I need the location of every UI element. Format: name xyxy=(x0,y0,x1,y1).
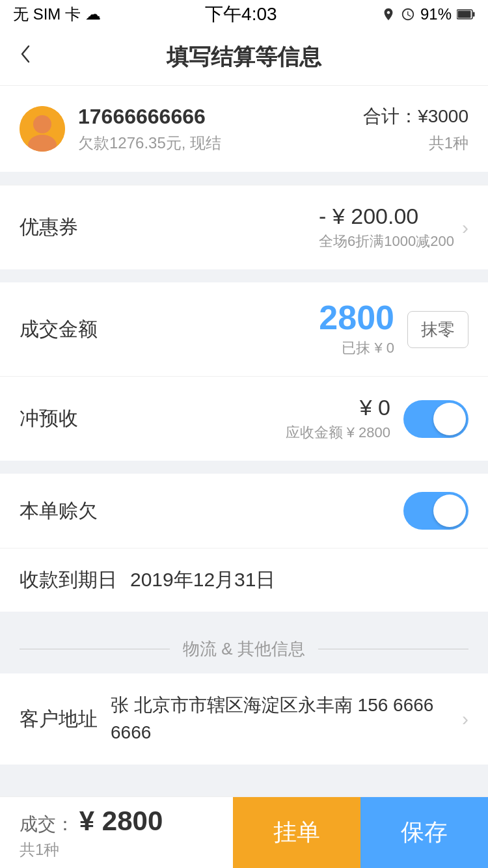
prepay-amount-block: ¥ 0 应收金额 ¥ 2800 xyxy=(286,395,390,442)
sim-status: 无 SIM 卡 ☁ xyxy=(13,4,101,25)
coupon-info: - ¥ 200.00 全场6折满1000减200 xyxy=(319,204,454,251)
content-area: 17666666666 欠款1276.35元, 现结 合计：¥3000 共1种 … xyxy=(0,86,488,843)
address-label: 客户地址 xyxy=(20,706,98,733)
customer-left: 17666666666 欠款1276.35元, 现结 xyxy=(20,105,221,154)
page-header: 填写结算等信息 xyxy=(0,29,488,86)
coupon-label: 优惠券 xyxy=(20,214,78,241)
clock-icon xyxy=(401,7,415,21)
battery-percent: 91% xyxy=(420,5,452,23)
battery-icon xyxy=(457,8,475,20)
section-divider-3 xyxy=(0,612,488,625)
avatar xyxy=(20,106,65,152)
deal-amount-label: 成交金额 xyxy=(20,316,98,343)
address-row[interactable]: 客户地址 张 北京市市辖区海淀区永丰南 156 6666 6666 › xyxy=(0,673,488,765)
deal-amount-sub: 已抹 ¥ 0 xyxy=(319,338,394,358)
arrears-toggle[interactable] xyxy=(403,492,468,530)
prepay-toggle[interactable] xyxy=(403,400,468,438)
save-button[interactable]: 保存 xyxy=(360,797,488,869)
customer-card: 17666666666 欠款1276.35元, 现结 合计：¥3000 共1种 xyxy=(0,86,488,172)
customer-info: 17666666666 欠款1276.35元, 现结 xyxy=(78,105,221,154)
status-time: 下午4:03 xyxy=(205,2,277,27)
logistics-title: 物流 & 其他信息 xyxy=(183,638,305,660)
due-date-value: 2019年12月31日 xyxy=(130,567,275,593)
hang-order-button[interactable]: 挂单 xyxy=(233,797,360,869)
section-divider-2 xyxy=(0,461,488,474)
footer-amount: ¥ 2800 xyxy=(79,806,163,836)
chevron-right-icon: › xyxy=(462,217,468,239)
deal-amount-row: 成交金额 2800 已抹 ¥ 0 抹零 xyxy=(0,282,488,377)
deal-amount-right: 2800 已抹 ¥ 0 抹零 xyxy=(319,301,468,358)
coupon-row[interactable]: 优惠券 - ¥ 200.00 全场6折满1000减200 › xyxy=(0,185,488,269)
prepay-sub: 应收金额 ¥ 2800 xyxy=(286,423,390,442)
arrears-label: 本单赊欠 xyxy=(20,498,98,524)
back-button[interactable] xyxy=(18,41,34,73)
due-date-row: 收款到期日 2019年12月31日 xyxy=(0,548,488,612)
logistics-line-left xyxy=(20,649,170,649)
coupon-desc: 全场6折满1000减200 xyxy=(319,232,454,251)
logistics-line-right xyxy=(318,649,468,649)
arrears-row: 本单赊欠 xyxy=(0,474,488,548)
location-icon xyxy=(381,7,396,21)
item-count: 共1种 xyxy=(363,133,468,154)
deal-amount-block: 2800 已抹 ¥ 0 xyxy=(319,301,394,358)
svg-rect-1 xyxy=(473,12,475,17)
address-value: 张 北京市市辖区海淀区永丰南 156 6666 6666 xyxy=(111,692,462,746)
svg-rect-2 xyxy=(458,11,471,18)
status-right: 91% xyxy=(381,5,475,23)
svg-point-4 xyxy=(33,115,51,133)
status-left: 无 SIM 卡 ☁ xyxy=(13,4,101,25)
address-chevron-icon: › xyxy=(462,708,468,730)
due-date-label: 收款到期日 xyxy=(20,567,117,593)
section-divider-1 xyxy=(0,269,488,282)
footer: 成交： ¥ 2800 共1种 挂单 保存 xyxy=(0,796,488,868)
prepay-row: 冲预收 ¥ 0 应收金额 ¥ 2800 xyxy=(0,377,488,461)
footer-info: 成交： ¥ 2800 共1种 xyxy=(0,806,233,860)
customer-phone: 17666666666 xyxy=(78,105,221,129)
customer-debt: 欠款1276.35元, 现结 xyxy=(78,133,221,154)
footer-count: 共1种 xyxy=(20,839,213,860)
logistics-header: 物流 & 其他信息 xyxy=(0,625,488,673)
footer-deal-label: 成交： xyxy=(20,814,74,834)
prepay-right: ¥ 0 应收金额 ¥ 2800 xyxy=(286,395,468,442)
status-bar: 无 SIM 卡 ☁ 下午4:03 91% xyxy=(0,0,488,29)
prepay-amount-value: ¥ 0 xyxy=(286,395,390,420)
prepay-label: 冲预收 xyxy=(20,405,78,432)
footer-deal-line: 成交： ¥ 2800 xyxy=(20,806,213,837)
total-amount: 合计：¥3000 xyxy=(363,104,468,129)
coupon-amount: - ¥ 200.00 xyxy=(319,204,454,229)
round-off-button[interactable]: 抹零 xyxy=(407,311,468,348)
page-title: 填写结算等信息 xyxy=(167,42,321,72)
coupon-right: - ¥ 200.00 全场6折满1000减200 › xyxy=(319,204,468,251)
customer-total: 合计：¥3000 共1种 xyxy=(363,104,468,154)
deal-amount-value: 2800 xyxy=(319,301,394,334)
